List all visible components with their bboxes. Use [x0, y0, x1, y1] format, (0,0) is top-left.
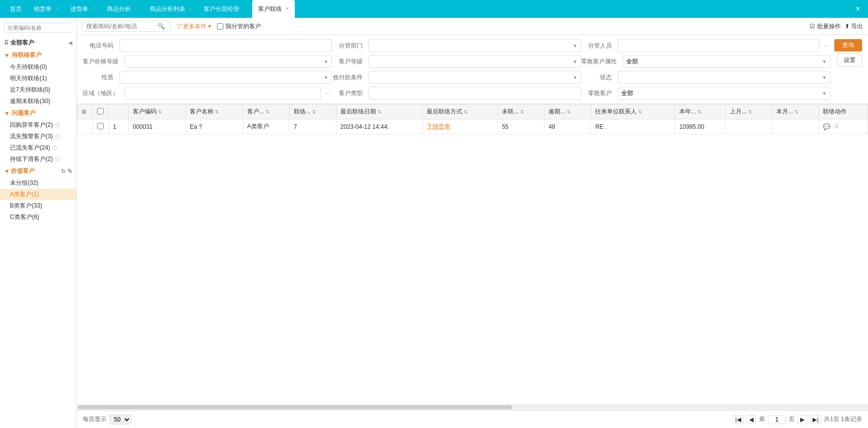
filter-status-select[interactable]: ▼	[618, 71, 830, 84]
nav-purchase-order[interactable]: 进货单 ×	[64, 0, 101, 18]
filter-region-dots[interactable]: ···	[323, 90, 332, 97]
nav-product-analysis-list[interactable]: 商品分析列表 ×	[144, 0, 198, 18]
filter-customer-grade-select[interactable]: ▼	[369, 55, 581, 68]
nav-customer-contact[interactable]: 客户联络 ×	[252, 0, 295, 18]
filter-dept-select[interactable]: ▼	[369, 39, 581, 52]
prev-page-button[interactable]: ◀	[747, 415, 756, 424]
close-all-button[interactable]: ×	[852, 4, 864, 13]
scrollbar-thumb[interactable]	[78, 405, 512, 409]
sidebar-item-a-class[interactable]: A类客户(1)	[0, 189, 76, 200]
sidebar-item-declining[interactable]: 持续下滑客户(2) ⓘ	[0, 154, 76, 165]
sidebar-all-customers[interactable]: ⠿ 全部客户 ◀	[0, 37, 76, 49]
filter-customer-type-input[interactable]	[369, 87, 581, 100]
last-method-link[interactable]: 下销货单	[427, 123, 450, 130]
col-checkbox[interactable]	[93, 105, 109, 119]
sidebar-item-tomorrow[interactable]: 明天待联络(1)	[0, 73, 76, 84]
col-settings[interactable]: ⚙	[77, 105, 93, 119]
col-last-method[interactable]: 最后联络方式 ⇅	[423, 105, 498, 119]
next-page-button[interactable]: ▶	[798, 415, 807, 424]
refresh-icon[interactable]: ↻	[61, 168, 66, 175]
sidebar-item-today[interactable]: 今天待联络(0)	[0, 61, 76, 73]
my-customer-checkbox-area[interactable]: 我分管的客户	[217, 22, 261, 31]
sidebar-item-b-class[interactable]: B类客户(33)	[0, 200, 76, 212]
horizontal-scrollbar[interactable]	[77, 404, 868, 410]
filter-retail: 零散客户 全部 ▼	[581, 87, 830, 100]
col-name[interactable]: 客户名称 ⇅	[186, 105, 243, 119]
cell-last-method[interactable]: 下销货单	[423, 119, 498, 134]
filter-price-grade-select[interactable]: ▼	[124, 55, 332, 68]
filter-customer-grade-label: 客户等级	[332, 57, 367, 66]
filter-payment-select[interactable]: ▼	[369, 71, 581, 84]
info-icon-2: ⓘ	[55, 133, 60, 140]
sidebar-search-box[interactable]: 🔍	[4, 23, 72, 33]
col-overdue[interactable]: 逾期... ⇅	[544, 105, 591, 119]
export-button[interactable]: ⬆ 导出	[845, 22, 863, 31]
cell-last-month	[726, 119, 772, 134]
close-purchase-order[interactable]: ×	[92, 0, 95, 18]
filter-nature-select[interactable]: ▼	[119, 71, 332, 84]
nav-sales-order[interactable]: 销货单 ×	[28, 0, 64, 18]
col-contact[interactable]: 联络... ⇅	[289, 105, 336, 119]
col-company-contact[interactable]: 往来单位联系人 ⇅	[591, 105, 675, 119]
close-product-analysis[interactable]: ×	[135, 0, 138, 18]
sidebar-collapse-icon[interactable]: ◀	[68, 40, 72, 46]
col-last-date[interactable]: 最后联络日期 ⇅	[336, 105, 423, 119]
filter-arrow-icon: ▾	[208, 23, 211, 30]
filter-region-input[interactable]	[124, 87, 321, 100]
close-customer-contact[interactable]: ×	[286, 0, 289, 18]
page-input[interactable]	[768, 415, 786, 424]
cell-checkbox[interactable]	[93, 119, 109, 134]
search-input[interactable]	[86, 23, 156, 30]
close-customer-segment[interactable]: ×	[243, 0, 246, 18]
sidebar-group-pending[interactable]: ▼ 待联络客户	[0, 49, 76, 61]
close-sales-order[interactable]: ×	[55, 0, 58, 18]
filter-retail-select[interactable]: 全部 ▼	[618, 87, 830, 100]
last-method-sort-icon: ⇅	[464, 109, 468, 114]
query-button[interactable]: 查询	[834, 39, 862, 52]
select-all-checkbox[interactable]	[97, 108, 104, 114]
sidebar-item-churn-warning[interactable]: 流失预警客户(3) ⓘ	[0, 131, 76, 142]
my-customer-checkbox[interactable]	[217, 23, 223, 30]
filter-action-area: 查询 设置	[830, 39, 862, 100]
nav-home[interactable]: 首页	[4, 0, 28, 18]
col-grade[interactable]: 客户... ⇅	[243, 105, 289, 119]
last-page-button[interactable]: ▶|	[810, 415, 821, 424]
sidebar-item-churned[interactable]: 已流失客户(24) ⓘ	[0, 142, 76, 154]
qr-icon[interactable]: ⠿	[834, 123, 839, 130]
first-page-button[interactable]: |◀	[733, 415, 744, 424]
sidebar-group-problem[interactable]: ▼ 问题客户	[0, 107, 76, 119]
cell-company-contact: RE .	[591, 119, 675, 134]
sidebar-item-unclassified[interactable]: 未分组(32)	[0, 177, 76, 189]
filter-manager-dots[interactable]: ···	[821, 42, 830, 49]
close-product-analysis-list[interactable]: ×	[189, 0, 192, 18]
sidebar-item-7days[interactable]: 近7天待联络(0)	[0, 84, 76, 96]
sidebar-item-c-class[interactable]: C类客户(6)	[0, 212, 76, 223]
col-code[interactable]: 客户编码 ⇅	[129, 105, 186, 119]
filter-row-2: 客户价格等级 ▼ 客户等级 ▼	[83, 55, 830, 68]
nav-customer-segment[interactable]: 客户分层经营 ×	[198, 0, 252, 18]
filter-manager-input[interactable]	[618, 39, 819, 52]
nav-product-analysis[interactable]: 商品分析 ×	[101, 0, 144, 18]
filter-retail-attr-select[interactable]: 全部 ▼	[623, 55, 830, 68]
filter-phone-input[interactable]	[119, 39, 332, 52]
filter-customer-grade: 客户等级 ▼	[332, 55, 581, 68]
search-box[interactable]: 🔍	[82, 21, 171, 32]
edit-icon[interactable]: ✎	[67, 168, 72, 175]
sidebar-item-abnormal[interactable]: 回购异常客户(2) ⓘ	[0, 119, 76, 131]
filter-button[interactable]: ▽ 更多条件 ▾	[175, 21, 213, 32]
batch-op-button[interactable]: ☑ 批量操作	[810, 22, 840, 31]
col-this-year[interactable]: 本年... ⇅	[675, 105, 726, 119]
col-this-month[interactable]: 本月... ⇅	[772, 105, 819, 119]
per-page-select[interactable]: 50	[109, 415, 131, 425]
col-last-month[interactable]: 上月... ⇅	[726, 105, 772, 119]
set-button[interactable]: 设置	[837, 54, 862, 67]
col-no-contact[interactable]: 未联... ⇅	[498, 105, 544, 119]
sidebar-group-value[interactable]: ▼ 价值客户 ↻ ✎	[0, 165, 76, 177]
settings-icon[interactable]: ⚙	[81, 108, 87, 115]
chat-icon[interactable]: 💬	[823, 123, 830, 130]
sidebar-search-input[interactable]	[7, 25, 76, 31]
sidebar-item-overdue[interactable]: 逾期未联络(30)	[0, 96, 76, 107]
last-month-sort-icon: ⇅	[748, 109, 752, 114]
cell-settings	[77, 119, 93, 134]
row-checkbox[interactable]	[97, 123, 104, 129]
